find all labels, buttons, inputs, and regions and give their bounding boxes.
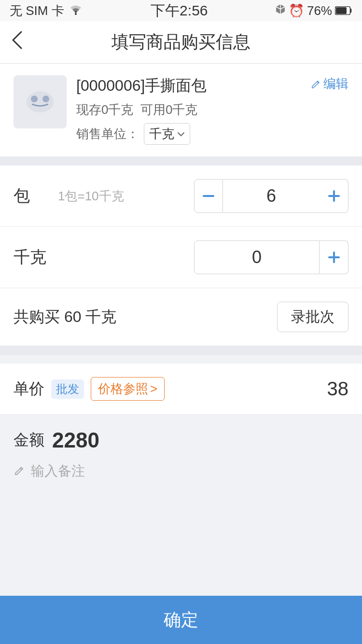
- product-header: [0000006]手撕面包 编辑: [76, 75, 348, 97]
- separator-1: [0, 157, 362, 166]
- status-bar: 无 SIM 卡 下午2:56 ⏰ 76%: [0, 0, 362, 21]
- pencil-icon: [14, 463, 26, 479]
- product-unit-row: 销售单位： 千克: [76, 123, 348, 145]
- package-number-control: [194, 179, 348, 213]
- wifi-icon: [68, 3, 84, 18]
- svg-point-4: [31, 96, 38, 102]
- svg-point-3: [27, 91, 54, 112]
- amount-value: 2280: [52, 428, 99, 452]
- package-value-input[interactable]: [223, 179, 320, 213]
- kg-plus-button[interactable]: [320, 240, 348, 274]
- package-minus-button[interactable]: [194, 179, 223, 213]
- alarm-icon: ⏰: [289, 3, 304, 18]
- price-label: 单价: [14, 378, 44, 400]
- total-batch-row: 共购买 60 千克 录批次: [0, 288, 362, 346]
- price-ref-button[interactable]: 价格参照 >: [91, 377, 165, 401]
- product-stock: 现存0千克 可用0千克: [76, 101, 348, 118]
- package-hint: 1包=10千克: [58, 188, 194, 205]
- battery-icon: [335, 3, 352, 18]
- package-label: 包: [14, 185, 52, 207]
- status-left: 无 SIM 卡: [10, 2, 84, 19]
- product-thumbnail: [14, 75, 67, 128]
- price-left: 单价 批发 价格参照 >: [14, 377, 165, 401]
- kg-input-row: 千克: [0, 227, 362, 288]
- carrier-text: 无 SIM 卡: [10, 2, 64, 19]
- amount-row: 金额 2280: [14, 428, 348, 452]
- time-display: 下午2:56: [151, 1, 208, 21]
- product-card: [0000006]手撕面包 编辑 现存0千克 可用0千克 销售单位： 千克: [0, 64, 362, 157]
- separator-2: [0, 346, 362, 355]
- amount-label: 金额: [14, 430, 44, 451]
- location-icon: [275, 3, 286, 18]
- unit-dropdown[interactable]: 千克: [144, 123, 190, 145]
- confirm-button-label: 确定: [164, 608, 198, 632]
- svg-rect-2: [336, 7, 347, 14]
- input-section: 包 1包=10千克 千克: [0, 166, 362, 288]
- svg-rect-8: [328, 195, 340, 197]
- package-plus-button[interactable]: [320, 179, 348, 213]
- svg-rect-10: [328, 256, 340, 258]
- kg-label: 千克: [14, 246, 52, 268]
- remark-row[interactable]: 输入备注: [14, 462, 348, 480]
- price-section: 单价 批发 价格参照 > 38: [0, 364, 362, 415]
- confirm-bar[interactable]: 确定: [0, 596, 362, 644]
- svg-point-0: [75, 13, 77, 15]
- page-title: 填写商品购买信息: [111, 30, 251, 54]
- product-info: [0000006]手撕面包 编辑 现存0千克 可用0千克 销售单位： 千克: [76, 75, 348, 145]
- back-button[interactable]: [12, 31, 22, 54]
- product-name: [0000006]手撕面包: [76, 75, 207, 97]
- svg-point-5: [42, 96, 49, 102]
- kg-value-input[interactable]: [194, 240, 320, 274]
- edit-button[interactable]: 编辑: [311, 75, 348, 92]
- price-value: 38: [327, 378, 349, 400]
- amount-section: 金额 2280 输入备注: [0, 415, 362, 488]
- remark-label[interactable]: 输入备注: [31, 462, 85, 480]
- kg-number-control: [194, 240, 348, 274]
- package-input-row: 包 1包=10千克: [0, 166, 362, 227]
- status-right: ⏰ 76%: [275, 3, 352, 18]
- price-type-badge: 批发: [51, 379, 84, 399]
- svg-rect-6: [203, 195, 214, 197]
- total-text: 共购买 60 千克: [14, 307, 116, 328]
- nav-bar: 填写商品购买信息: [0, 21, 362, 64]
- price-ref-arrow-icon: >: [150, 381, 157, 396]
- batch-button[interactable]: 录批次: [277, 302, 348, 332]
- battery-percent: 76%: [307, 3, 332, 18]
